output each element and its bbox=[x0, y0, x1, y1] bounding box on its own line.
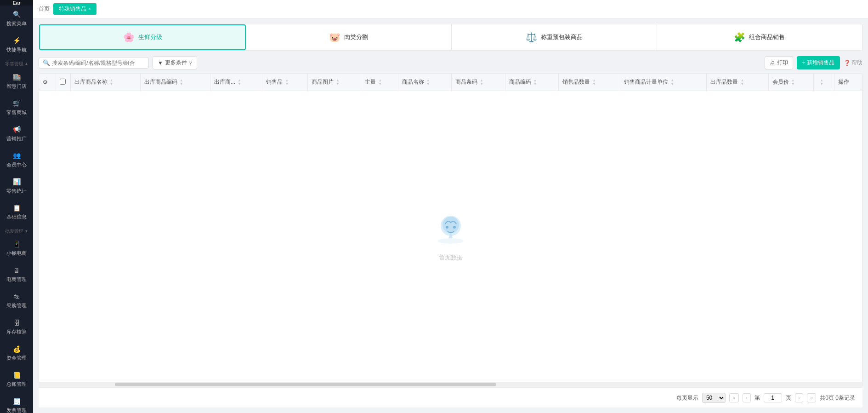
sort-icon[interactable]: ▲▼ bbox=[336, 79, 340, 86]
page-prefix-label: 第 bbox=[755, 394, 760, 402]
close-tab-icon[interactable]: × bbox=[88, 6, 91, 11]
add-sales-item-button[interactable]: + 新增销售品 bbox=[797, 56, 840, 69]
sort-icon[interactable]: ▲▼ bbox=[820, 79, 823, 86]
th-checkbox[interactable] bbox=[56, 74, 70, 91]
sidebar-item-retailmall[interactable]: 🛒 零售商城 bbox=[0, 94, 33, 120]
sidebar-item-finance[interactable]: 💰 资金管理 bbox=[0, 340, 33, 367]
th-sales-unit[interactable]: 销售商品计量单位 ▲▼ bbox=[620, 74, 707, 91]
sidebar-item-ecommerce[interactable]: 🖥 电商管理 bbox=[0, 262, 33, 288]
page-input[interactable] bbox=[764, 393, 782, 402]
sidebar: Ear 🔍 搜索菜单 ⚡ 快捷导航 零售管理 ▲ 🏬 智慧门店 🛒 零售商城 📢… bbox=[0, 0, 33, 413]
next-page-button[interactable]: › bbox=[795, 393, 803, 402]
help-button[interactable]: ❓ 帮助 bbox=[844, 59, 862, 67]
first-page-button[interactable]: « bbox=[729, 393, 739, 402]
sidebar-item-marketing[interactable]: 📢 营销推广 bbox=[0, 120, 33, 147]
search-icon: 🔍 bbox=[2, 10, 31, 19]
filter-button[interactable]: ▼ 更多条件 ∨ bbox=[153, 56, 197, 69]
th-sales-item[interactable]: 销售品 ▲▼ bbox=[262, 74, 307, 91]
pagination: 每页显示 10 20 50 100 « ‹ 第 页 › » 共0页 0条记录 bbox=[39, 388, 862, 407]
finance-icon: 💰 bbox=[2, 345, 31, 354]
th-warehouse-spec[interactable]: 出库商... ▲▼ bbox=[210, 74, 262, 91]
chevron-down-icon-filter: ∨ bbox=[189, 60, 192, 65]
print-button[interactable]: 🖨 打印 bbox=[765, 56, 793, 69]
sort-icon[interactable]: ▲▼ bbox=[180, 79, 183, 86]
cat-tab-weight[interactable]: ⚖️ 称重预包装商品 bbox=[452, 24, 657, 50]
sidebar-item-basics[interactable]: 📋 基础信息 bbox=[0, 199, 33, 225]
sort-icon[interactable]: ▲▼ bbox=[740, 79, 744, 86]
th-settings[interactable]: ⚙ bbox=[39, 74, 56, 91]
smartstore-icon: 🏬 bbox=[2, 73, 31, 82]
horizontal-scrollbar[interactable] bbox=[39, 382, 862, 387]
last-page-button[interactable]: » bbox=[807, 393, 817, 402]
ledger-icon: 📒 bbox=[2, 371, 31, 380]
sidebar-section-retail[interactable]: 零售管理 ▲ bbox=[0, 58, 33, 68]
sidebar-item-search[interactable]: 🔍 搜索菜单 bbox=[0, 6, 33, 32]
sort-icon[interactable]: ▲▼ bbox=[110, 79, 113, 86]
cat-tab-fresh[interactable]: 🌸 生鲜分级 bbox=[39, 24, 246, 50]
prev-page-button[interactable]: ‹ bbox=[743, 393, 751, 402]
th-product-code[interactable]: 商品编码 ▲▼ bbox=[505, 74, 558, 91]
select-all-checkbox[interactable] bbox=[60, 79, 66, 85]
sidebar-item-invoice[interactable]: 🧾 发票管理 bbox=[0, 393, 33, 413]
th-warehouse-qty[interactable]: 出库品数量 ▲▼ bbox=[707, 74, 768, 91]
sidebar-logo: Ear bbox=[0, 0, 33, 6]
weight-icon: ⚖️ bbox=[526, 32, 537, 43]
topbar: 首页 特殊销售品 × bbox=[33, 0, 868, 18]
search-box[interactable]: 🔍 bbox=[39, 57, 149, 69]
sidebar-item-retailstats[interactable]: 📊 零售统计 bbox=[0, 173, 33, 199]
help-icon: ❓ bbox=[844, 60, 851, 66]
retailmall-icon: 🛒 bbox=[2, 99, 31, 108]
th-warehouse-code[interactable]: 出库商品编码 ▲▼ bbox=[140, 74, 210, 91]
sidebar-item-smartstore[interactable]: 🏬 智慧门店 bbox=[0, 68, 33, 94]
sidebar-item-ledger[interactable]: 📒 总账管理 bbox=[0, 367, 33, 393]
sidebar-section-wholesale[interactable]: 批发管理 ▼ bbox=[0, 225, 33, 235]
sidebar-item-members[interactable]: 👥 会员中心 bbox=[0, 147, 33, 173]
total-label: 共0页 0条记录 bbox=[820, 394, 855, 402]
empty-icon bbox=[432, 211, 469, 248]
main-content: 首页 特殊销售品 × 🌸 生鲜分级 🐷 肉类分割 ⚖️ 称重预包装商品 🧩 组合… bbox=[33, 0, 868, 413]
meat-icon: 🐷 bbox=[329, 32, 340, 43]
sort-icon[interactable]: ▲▼ bbox=[670, 79, 674, 86]
sort-icon[interactable]: ▲▼ bbox=[285, 79, 289, 86]
empty-text: 暂无数据 bbox=[439, 253, 463, 262]
th-member-price[interactable]: 会员价 ▲▼ bbox=[768, 74, 813, 91]
per-page-select[interactable]: 10 20 50 100 bbox=[702, 393, 726, 403]
data-table: ⚙ 出库商品名称 ▲▼ 出库 bbox=[39, 74, 862, 91]
sort-icon[interactable]: ▲▼ bbox=[426, 79, 430, 86]
topbar-active-tab[interactable]: 特殊销售品 × bbox=[53, 3, 96, 15]
sort-icon[interactable]: ▲▼ bbox=[238, 79, 241, 86]
content-area: 🌸 生鲜分级 🐷 肉类分割 ⚖️ 称重预包装商品 🧩 组合商品销售 🔍 bbox=[33, 18, 868, 413]
sidebar-item-quicknav[interactable]: ⚡ 快捷导航 bbox=[0, 32, 33, 58]
sidebar-item-inventory[interactable]: 🗄 库存核算 bbox=[0, 314, 33, 340]
sort-icon[interactable]: ▲▼ bbox=[592, 79, 596, 86]
members-icon: 👥 bbox=[2, 151, 31, 161]
search-input[interactable] bbox=[52, 60, 144, 66]
th-barcode[interactable]: 商品条码 ▲▼ bbox=[452, 74, 505, 91]
basics-icon: 📋 bbox=[2, 204, 31, 213]
empty-state: 暂无数据 bbox=[39, 91, 862, 382]
cat-tab-combo[interactable]: 🧩 组合商品销售 bbox=[657, 24, 862, 50]
minishop-icon: 📱 bbox=[2, 240, 31, 249]
th-extra[interactable]: ▲▼ bbox=[814, 74, 834, 91]
search-icon: 🔍 bbox=[43, 59, 50, 66]
sort-icon[interactable]: ▲▼ bbox=[378, 79, 382, 86]
svg-point-0 bbox=[438, 238, 464, 244]
th-warehouse-name[interactable]: 出库商品名称 ▲▼ bbox=[70, 74, 140, 91]
svg-point-3 bbox=[446, 226, 448, 229]
sort-icon[interactable]: ▲▼ bbox=[533, 79, 537, 86]
marketing-icon: 📢 bbox=[2, 125, 31, 134]
th-action: 操作 bbox=[834, 74, 862, 91]
print-icon: 🖨 bbox=[770, 60, 775, 66]
per-page-label: 每页显示 bbox=[676, 394, 698, 402]
cat-tab-meat[interactable]: 🐷 肉类分割 bbox=[246, 24, 451, 50]
th-sales-qty[interactable]: 销售品数量 ▲▼ bbox=[559, 74, 620, 91]
sort-icon[interactable]: ▲▼ bbox=[791, 79, 795, 86]
th-product-name[interactable]: 商品名称 ▲▼ bbox=[398, 74, 451, 91]
sort-icon[interactable]: ▲▼ bbox=[480, 79, 483, 86]
th-main-measure[interactable]: 主量 ▲▼ bbox=[361, 74, 398, 91]
topbar-home-link[interactable]: 首页 bbox=[39, 5, 50, 13]
th-product-image[interactable]: 商品图片 ▲▼ bbox=[307, 74, 361, 91]
sidebar-item-purchase[interactable]: 🛍 采购管理 bbox=[0, 288, 33, 314]
scrollbar-thumb[interactable] bbox=[115, 383, 496, 386]
sidebar-item-minishop[interactable]: 📱 小畅电商 bbox=[0, 235, 33, 262]
